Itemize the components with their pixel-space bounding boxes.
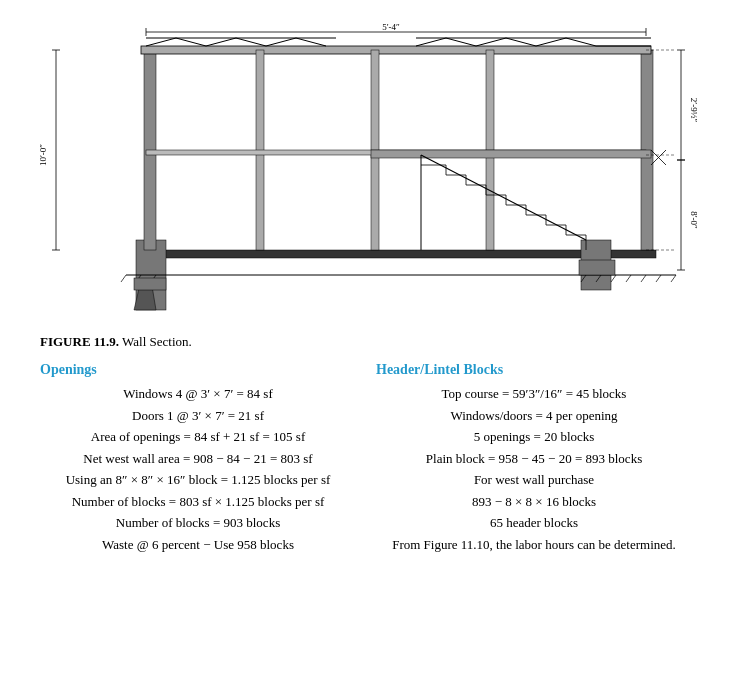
header-lintel-line-6: 65 header blocks bbox=[490, 513, 578, 533]
svg-rect-73 bbox=[134, 278, 166, 290]
figure-caption: FIGURE 11.9. Wall Section. bbox=[20, 334, 712, 350]
header-lintel-line-2: 5 openings = 20 blocks bbox=[474, 427, 595, 447]
svg-text:8′-0″: 8′-0″ bbox=[689, 211, 699, 229]
openings-line-2: Area of openings = 84 sf + 21 sf = 105 s… bbox=[91, 427, 305, 447]
svg-text:10′-0″: 10′-0″ bbox=[38, 144, 48, 166]
openings-header: Openings bbox=[30, 362, 97, 378]
openings-line-0: Windows 4 @ 3′ × 7′ = 84 sf bbox=[123, 384, 273, 404]
page: 5′-4″ 10′-0″ 2′-9½″ 8′-0″ bbox=[0, 0, 732, 676]
header-lintel-section: Header/Lintel Blocks Top course = 59′3″/… bbox=[366, 362, 702, 666]
header-lintel-line-7: From Figure 11.10, the labor hours can b… bbox=[392, 535, 676, 555]
openings-line-7: Waste @ 6 percent − Use 958 blocks bbox=[102, 535, 294, 555]
openings-line-1: Doors 1 @ 3′ × 7′ = 21 sf bbox=[132, 406, 264, 426]
svg-rect-17 bbox=[146, 250, 656, 258]
header-lintel-lines: Top course = 59′3″/16″ = 45 blocksWindow… bbox=[366, 384, 702, 554]
openings-line-5: Number of blocks = 803 sf × 1.125 blocks… bbox=[72, 492, 325, 512]
openings-line-6: Number of blocks = 903 blocks bbox=[116, 513, 280, 533]
figure-caption-text: Wall Section. bbox=[119, 334, 192, 349]
header-lintel-line-5: 893 − 8 × 8 × 16 blocks bbox=[472, 492, 596, 512]
figure-caption-bold: FIGURE 11.9. bbox=[40, 334, 119, 349]
openings-line-3: Net west wall area = 908 − 84 − 21 = 803… bbox=[83, 449, 312, 469]
svg-rect-23 bbox=[141, 46, 651, 54]
header-lintel-line-1: Windows/doors = 4 per opening bbox=[450, 406, 617, 426]
drawing-area: 5′-4″ 10′-0″ 2′-9½″ 8′-0″ bbox=[20, 10, 712, 330]
svg-text:5′-4″: 5′-4″ bbox=[382, 22, 400, 32]
content-area: Openings Windows 4 @ 3′ × 7′ = 84 sfDoor… bbox=[20, 362, 712, 666]
header-lintel-line-4: For west wall purchase bbox=[474, 470, 594, 490]
svg-rect-43 bbox=[371, 150, 651, 158]
header-lintel-line-3: Plain block = 958 − 45 − 20 = 893 blocks bbox=[426, 449, 642, 469]
header-lintel-header: Header/Lintel Blocks bbox=[366, 362, 503, 378]
header-lintel-line-0: Top course = 59′3″/16″ = 45 blocks bbox=[442, 384, 627, 404]
openings-lines: Windows 4 @ 3′ × 7′ = 84 sfDoors 1 @ 3′ … bbox=[30, 384, 366, 554]
openings-section: Openings Windows 4 @ 3′ × 7′ = 84 sfDoor… bbox=[30, 362, 366, 666]
openings-line-4: Using an 8″ × 8″ × 16″ block = 1.125 blo… bbox=[66, 470, 331, 490]
wall-section-drawing: 5′-4″ 10′-0″ 2′-9½″ 8′-0″ bbox=[26, 20, 706, 320]
svg-text:2′-9½″: 2′-9½″ bbox=[689, 98, 699, 123]
svg-rect-74 bbox=[579, 260, 615, 275]
